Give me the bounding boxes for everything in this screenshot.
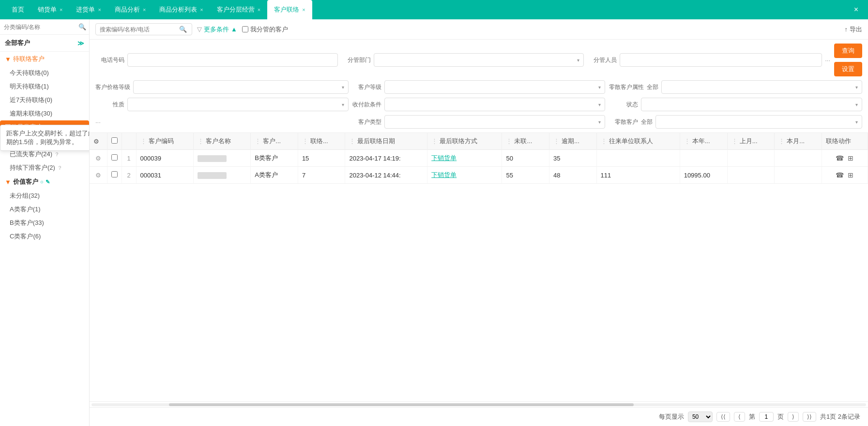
page-num-input[interactable] bbox=[759, 412, 774, 422]
filter-row-3: 性质 ▾ 收付款条件 ▾ 状态 ▾ bbox=[95, 98, 862, 111]
pending-contact-group[interactable]: ▼ 待联络客户 bbox=[0, 52, 89, 66]
sidebar-item-overdue[interactable]: 逾期未联络(30) bbox=[0, 107, 89, 120]
nav-tab-customer-contact[interactable]: 客户联络 × bbox=[267, 0, 312, 19]
sidebar-search-input[interactable] bbox=[4, 24, 76, 30]
th-this-year[interactable]: 本年... bbox=[680, 133, 727, 150]
per-page-select[interactable]: 50 100 200 bbox=[688, 411, 713, 422]
customer-type-select[interactable]: ▾ bbox=[384, 115, 606, 129]
tooltip-reorder-abnormal: 距客户上次交易时长，超过了此客户的平均交易周期的1.5倍，则视为异常。 bbox=[0, 125, 90, 151]
row2-checkbox[interactable] bbox=[107, 167, 122, 184]
last-page-btn[interactable]: ⟩⟩ bbox=[803, 412, 816, 422]
content-area: 🔍 ▽ 更多条件 ▲ 我分管的客户 ↑ 导出 电话号码 bbox=[90, 19, 868, 426]
search-input[interactable] bbox=[100, 26, 177, 33]
row1-this-year bbox=[680, 150, 727, 167]
close-contact-tab[interactable]: × bbox=[302, 7, 305, 13]
data-table-area: ⚙ 客户编码 客户名称 客户... 联络... 最后联络日期 最后联络方式 未联… bbox=[90, 133, 868, 401]
close-analysis-list-tab[interactable]: × bbox=[200, 7, 203, 13]
nav-tab-analysis[interactable]: 商品分析 × bbox=[108, 0, 152, 19]
customer-grade-select[interactable]: ▾ bbox=[384, 80, 606, 94]
row2-last-contact-method[interactable]: 下销货单 bbox=[427, 167, 502, 184]
retail-attr-select[interactable]: ▾ bbox=[661, 80, 862, 94]
nav-tab-sales[interactable]: 销货单 × bbox=[31, 0, 69, 19]
all-customers-label: 全部客户 bbox=[5, 39, 30, 47]
row1-settings[interactable]: ⚙ bbox=[90, 150, 107, 167]
my-customer-checkbox[interactable]: 我分管的客户 bbox=[242, 25, 288, 34]
sidebar-search-icon[interactable]: 🔍 bbox=[78, 23, 86, 30]
row1-code: 000039 bbox=[136, 150, 193, 167]
row1-last-month bbox=[727, 150, 775, 167]
row2-grid-icon[interactable]: ⊞ bbox=[848, 171, 853, 179]
th-last-contact-date[interactable]: 最后联络日期 bbox=[345, 133, 427, 150]
row2-code: 000031 bbox=[136, 167, 193, 184]
th-settings[interactable]: ⚙ bbox=[90, 133, 107, 150]
manager-more-icon[interactable]: ··· bbox=[825, 57, 830, 64]
sidebar-item-declining[interactable]: 持续下滑客户(2) ？ bbox=[0, 161, 89, 175]
close-purchase-tab[interactable]: × bbox=[98, 7, 101, 13]
th-last-month[interactable]: 上月... bbox=[727, 133, 775, 150]
row1-phone-icon[interactable]: ☎ bbox=[836, 154, 844, 162]
prev-page-btn[interactable]: ⟨ bbox=[734, 412, 745, 422]
query-button[interactable]: 查询 bbox=[834, 44, 862, 58]
next-page-btn[interactable]: ⟩ bbox=[788, 412, 799, 422]
page-end-label: 页 bbox=[777, 412, 784, 421]
more-icon[interactable]: ··· bbox=[95, 118, 101, 126]
more-conditions-btn[interactable]: ▽ 更多条件 ▲ bbox=[197, 25, 237, 34]
row2-uncontacted: 55 bbox=[502, 167, 549, 184]
row2-settings[interactable]: ⚙ bbox=[90, 167, 107, 184]
question-icon-churned[interactable]: ？ bbox=[54, 151, 60, 158]
collapse-icon[interactable]: ≫ bbox=[77, 40, 84, 47]
th-code[interactable]: 客户编码 bbox=[136, 133, 193, 150]
th-unit-contact[interactable]: 往来单位联系人 bbox=[596, 133, 680, 150]
row1-last-contact-method[interactable]: 下销货单 bbox=[427, 150, 502, 167]
filter-customer-grade: 客户等级 ▾ bbox=[352, 80, 606, 94]
sidebar-item-today[interactable]: 今天待联络(0) bbox=[0, 66, 89, 80]
my-customer-check[interactable] bbox=[242, 26, 248, 32]
select-all-checkbox[interactable] bbox=[111, 137, 118, 144]
th-contact-count[interactable]: 联络... bbox=[298, 133, 345, 150]
th-action: 联络动作 bbox=[822, 133, 868, 150]
close-segment-tab[interactable]: × bbox=[258, 7, 260, 13]
th-uncontacted[interactable]: 未联... bbox=[502, 133, 549, 150]
sidebar-item-tomorrow[interactable]: 明天待联络(1) bbox=[0, 80, 89, 93]
horizontal-scrollbar[interactable] bbox=[90, 401, 868, 407]
export-button[interactable]: ↑ 导出 bbox=[845, 25, 863, 34]
close-sales-tab[interactable]: × bbox=[60, 7, 62, 13]
th-this-month[interactable]: 本月... bbox=[775, 133, 822, 150]
th-customer-type[interactable]: 客户... bbox=[251, 133, 298, 150]
payment-select[interactable]: ▾ bbox=[384, 98, 606, 111]
setting-button[interactable]: 设置 bbox=[834, 62, 862, 76]
dept-select[interactable]: ▾ bbox=[374, 53, 584, 67]
search-icon[interactable]: 🔍 bbox=[179, 26, 187, 33]
sidebar-item-b-class[interactable]: B类客户(33) bbox=[0, 216, 89, 230]
sidebar-item-7days[interactable]: 近7天待联络(0) bbox=[0, 93, 89, 107]
row1-grid-icon[interactable]: ⊞ bbox=[848, 154, 853, 162]
edit-value-group-icon2[interactable]: ✎ bbox=[46, 179, 50, 185]
retail-select[interactable]: ▾ bbox=[655, 115, 862, 129]
manager-input[interactable] bbox=[620, 53, 822, 67]
th-overdue[interactable]: 逾期... bbox=[549, 133, 596, 150]
edit-value-group-icon[interactable]: ○ bbox=[40, 179, 44, 185]
status-select[interactable]: ▾ bbox=[641, 98, 862, 111]
first-page-btn[interactable]: ⟨⟨ bbox=[716, 412, 730, 422]
window-close-button[interactable]: × bbox=[849, 5, 863, 14]
top-nav: 首页 销货单 × 进货单 × 商品分析 × 商品分析列表 × 客户分层经营 × … bbox=[0, 0, 868, 19]
table-header-row: ⚙ 客户编码 客户名称 客户... 联络... 最后联络日期 最后联络方式 未联… bbox=[90, 133, 868, 150]
sidebar-item-c-class[interactable]: C类客户(6) bbox=[0, 230, 89, 243]
th-last-contact-method[interactable]: 最后联络方式 bbox=[427, 133, 502, 150]
gender-select[interactable]: ▾ bbox=[127, 98, 349, 111]
scrollbar-thumb[interactable] bbox=[169, 403, 634, 406]
nav-tab-home[interactable]: 首页 bbox=[5, 0, 31, 19]
phone-input[interactable] bbox=[127, 53, 338, 67]
nav-tab-purchase[interactable]: 进货单 × bbox=[69, 0, 107, 19]
close-analysis-tab[interactable]: × bbox=[143, 7, 146, 13]
sidebar-item-unclassified[interactable]: 未分组(32) bbox=[0, 189, 89, 203]
row1-checkbox[interactable] bbox=[107, 150, 122, 167]
sidebar-item-a-class[interactable]: A类客户(1) bbox=[0, 203, 89, 216]
nav-tab-customer-segment[interactable]: 客户分层经营 × bbox=[210, 0, 267, 19]
nav-tab-analysis-list[interactable]: 商品分析列表 × bbox=[152, 0, 210, 19]
row2-phone-icon[interactable]: ☎ bbox=[836, 171, 844, 179]
th-name[interactable]: 客户名称 bbox=[193, 133, 250, 150]
price-grade-select[interactable]: ▾ bbox=[133, 80, 349, 94]
question-icon-declining[interactable]: ？ bbox=[57, 164, 62, 172]
row1-unit-contact bbox=[596, 150, 680, 167]
